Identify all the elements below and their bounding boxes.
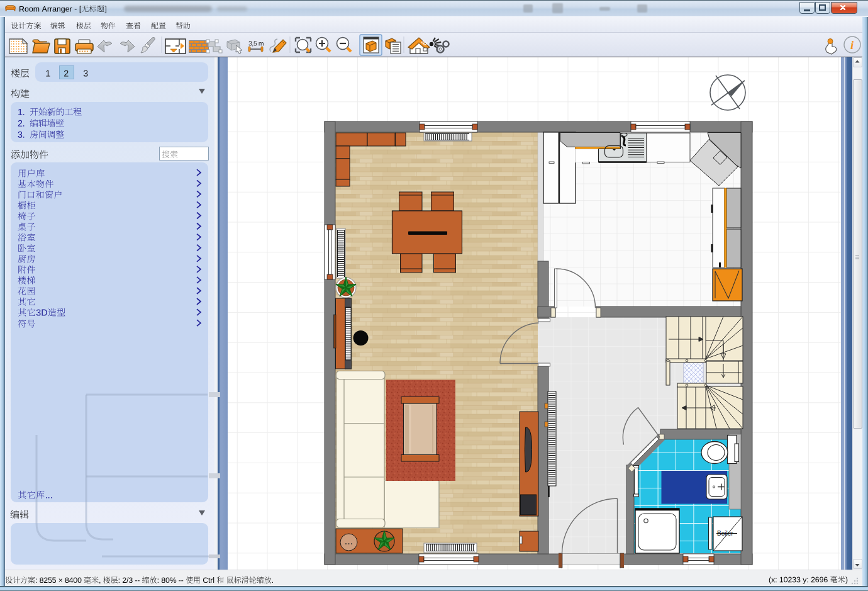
svg-text:i: i (850, 38, 854, 52)
